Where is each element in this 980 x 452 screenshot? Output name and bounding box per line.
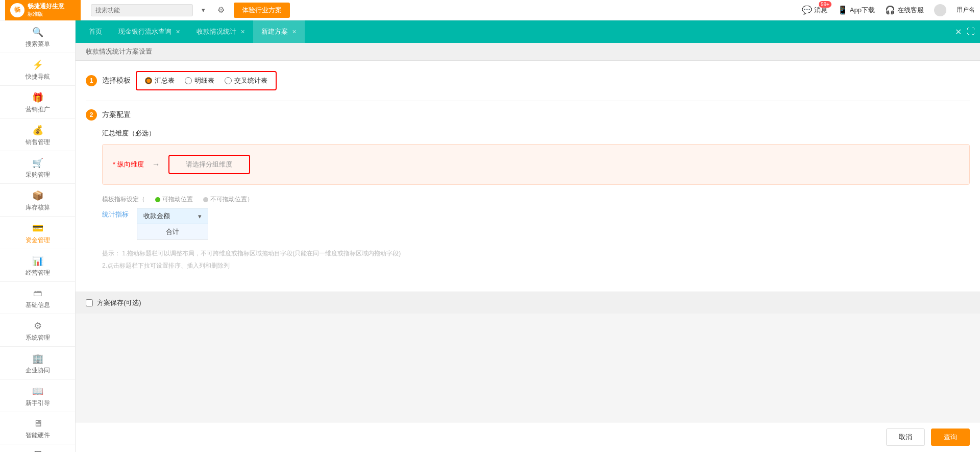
sidebar-item-basic[interactable]: 🗃 基础信息 (0, 282, 75, 314)
page-content: 收款情况统计方案设置 1 选择模板 汇总表 (76, 43, 980, 422)
app-name: 畅捷通好生意 (28, 2, 64, 11)
notifications-badge: 99+ (819, 1, 831, 8)
template-select-box: 汇总表 明细表 交叉统计表 (136, 71, 277, 90)
stats-header: 收款金额 ▾ (137, 208, 208, 224)
sidebar-item-guide[interactable]: 📖 新手引导 (0, 379, 75, 412)
step2-number: 2 (86, 109, 97, 121)
radio-summary-input[interactable] (145, 77, 152, 84)
sidebar-label-enterprise: 企业协同 (26, 366, 50, 375)
sidebar-item-capital[interactable]: 💳 资金管理 (0, 217, 75, 249)
step1-number: 1 (86, 75, 97, 86)
search-dropdown-icon[interactable]: ▾ (198, 5, 208, 15)
radio-detail[interactable]: 明细表 (185, 76, 214, 85)
radio-cross[interactable]: 交叉统计表 (225, 76, 267, 85)
tab-new-plan[interactable]: 新建方案 ✕ (253, 20, 305, 43)
radio-cross-label: 交叉统计表 (234, 76, 267, 85)
tab-collection-stats[interactable]: 收款情况统计 ✕ (188, 20, 253, 43)
tab-new-plan-close[interactable]: ✕ (292, 29, 297, 35)
vertical-dim-label: 纵向维度 (113, 160, 144, 169)
non-draggable-label: 不可拖动位置） (210, 195, 253, 204)
sidebar-label-hardware: 智能硬件 (26, 431, 50, 440)
tab-new-plan-label: 新建方案 (261, 27, 288, 36)
section-divider-1 (86, 101, 970, 101)
capital-icon: 💳 (32, 223, 43, 234)
stats-body: 合计 (137, 224, 208, 240)
sidebar-label-inventory: 库存核算 (26, 203, 50, 212)
sidebar-label-guide: 新手引导 (26, 399, 50, 408)
non-draggable-indicator: 不可拖动位置） (203, 195, 253, 204)
main-layout: 🔍 搜索菜单 ⚡ 快捷导航 🎁 营销推广 💰 销售管理 🛒 采购管理 📦 库存核… (0, 20, 980, 452)
stats-label-col: 统计指标 (102, 210, 129, 240)
window-close-icon[interactable]: ✕ (955, 27, 962, 37)
search-input[interactable] (91, 4, 193, 16)
hardware-icon: 🖥 (33, 418, 42, 429)
tab-bar-right: ✕ ⛶ (955, 27, 975, 37)
gear-icon[interactable]: ⚙ (213, 3, 229, 18)
sidebar-label-capital: 资金管理 (26, 236, 50, 245)
dimension-area: 纵向维度 → 请选择分组维度 (102, 144, 970, 185)
tab-home[interactable]: 首页 (81, 20, 110, 43)
hint-1: 提示： 1.拖动标题栏可以调整布局，不可跨维度或指标区域拖动目字段(只能在同一维… (102, 248, 970, 259)
search-menu-icon: 🔍 (32, 27, 43, 38)
notifications-btn[interactable]: 💬 消息 99+ (802, 5, 827, 15)
step1-title: 选择模板 (102, 76, 131, 85)
draggable-label: 可拖动位置 (162, 195, 193, 204)
sidebar-item-marketing[interactable]: 🎁 营销推广 (0, 86, 75, 118)
sidebar-item-enterprise[interactable]: 🏢 企业协同 (0, 347, 75, 379)
industry-btn[interactable]: 体验行业方案 (234, 3, 290, 18)
app-download-label: App下载 (850, 6, 875, 15)
guide-icon: 📖 (32, 386, 43, 397)
header-right: 💬 消息 99+ 📱 App下载 🎧 在线客服 用户名 (802, 4, 975, 16)
sidebar-item-search-menu[interactable]: 🔍 搜索菜单 (0, 20, 75, 53)
cancel-button[interactable]: 取消 (886, 429, 925, 446)
sidebar: 🔍 搜索菜单 ⚡ 快捷导航 🎁 营销推广 💰 销售管理 🛒 采购管理 📦 库存核… (0, 20, 76, 452)
dim-select-btn[interactable]: 请选择分组维度 (168, 155, 250, 174)
sidebar-item-wechat[interactable]: 💬 企业微信 (0, 444, 75, 452)
sidebar-item-quick-nav[interactable]: ⚡ 快捷导航 (0, 53, 75, 86)
logo-icon: 畅 (10, 3, 24, 17)
tab-bank-flow[interactable]: 现金银行流水查询 ✕ (110, 20, 188, 43)
hint-2: 2.点击标题栏下拉可设置排序、插入列和删除列 (102, 260, 970, 272)
user-name[interactable]: 用户名 (957, 6, 975, 14)
step2-header: 2 方案配置 (86, 109, 970, 121)
draggable-dot (155, 197, 160, 202)
online-service-btn[interactable]: 🎧 在线客服 (885, 5, 924, 15)
sidebar-label-system: 系统管理 (26, 334, 50, 342)
system-icon: ⚙ (34, 320, 42, 331)
sidebar-item-system[interactable]: ⚙ 系统管理 (0, 314, 75, 347)
operation-icon: 📊 (32, 255, 43, 267)
indicator-label-row: 模板指标设定（ 可拖动位置 不可拖动位置） (102, 195, 970, 204)
sidebar-item-operation[interactable]: 📊 经营管理 (0, 249, 75, 282)
step1-header: 1 选择模板 汇总表 明细表 (86, 71, 970, 90)
radio-detail-label: 明细表 (194, 76, 214, 85)
sidebar-item-hardware[interactable]: 🖥 智能硬件 (0, 412, 75, 444)
top-header: 畅 畅捷通好生意 标准版 ▾ ⚙ 体验行业方案 💬 消息 99+ 📱 App下载… (0, 0, 980, 20)
sidebar-item-sales[interactable]: 💰 销售管理 (0, 118, 75, 151)
sidebar-label-sales: 销售管理 (26, 138, 50, 147)
save-checkbox[interactable] (86, 299, 93, 306)
form-container: 1 选择模板 汇总表 明细表 (76, 61, 980, 292)
avatar[interactable] (934, 4, 946, 16)
inventory-icon: 📦 (32, 190, 43, 201)
window-maximize-icon[interactable]: ⛶ (967, 27, 975, 36)
radio-cross-input[interactable] (225, 77, 232, 84)
content-area: 首页 现金银行流水查询 ✕ 收款情况统计 ✕ 新建方案 ✕ ✕ ⛶ (76, 20, 980, 452)
radio-detail-input[interactable] (185, 77, 192, 84)
step1-section: 1 选择模板 汇总表 明细表 (86, 71, 970, 90)
non-draggable-dot (203, 197, 208, 202)
sidebar-label-search-menu: 搜索菜单 (26, 40, 50, 49)
query-button[interactable]: 查询 (931, 429, 970, 446)
dim-select-placeholder: 请选择分组维度 (186, 160, 232, 168)
tab-collection-stats-label: 收款情况统计 (197, 27, 236, 36)
stats-dropdown-icon[interactable]: ▾ (198, 212, 202, 220)
app-download-btn[interactable]: 📱 App下载 (838, 5, 875, 15)
radio-summary-label: 汇总表 (155, 76, 175, 85)
tab-bank-flow-close[interactable]: ✕ (176, 29, 180, 35)
sidebar-label-marketing: 营销推广 (26, 105, 50, 114)
indicator-settings: 模板指标设定（ 可拖动位置 不可拖动位置） (102, 195, 970, 240)
radio-summary[interactable]: 汇总表 (145, 76, 175, 85)
sidebar-label-purchase: 采购管理 (26, 171, 50, 179)
sidebar-item-inventory[interactable]: 📦 库存核算 (0, 184, 75, 217)
tab-collection-stats-close[interactable]: ✕ (240, 29, 245, 35)
sidebar-item-purchase[interactable]: 🛒 采购管理 (0, 151, 75, 184)
